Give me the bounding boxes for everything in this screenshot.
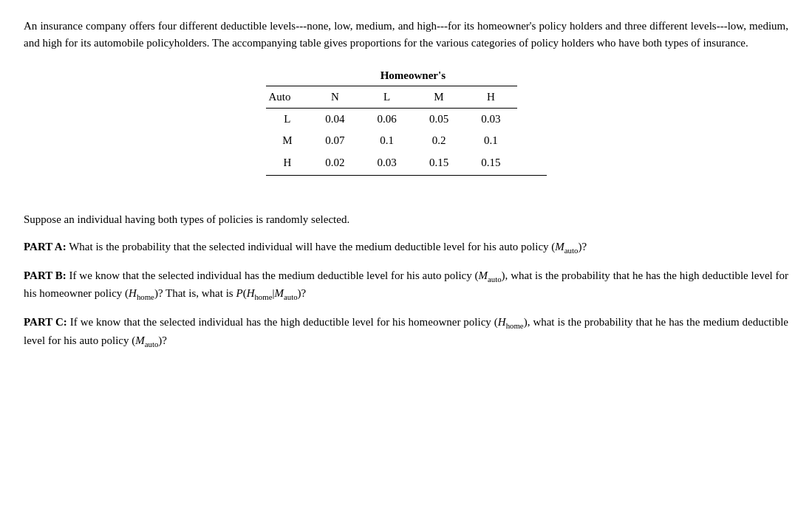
part-a-text: What is the probability that the selecte…: [69, 241, 587, 252]
col-header-H: H: [465, 86, 516, 108]
table-cell-auto: H: [266, 152, 310, 175]
part-c-label: PART C:: [24, 316, 67, 328]
table-row: M0.070.10.20.1: [266, 130, 517, 151]
probability-table: Homeowner's Auto N L M H L0.040.060.050.…: [266, 67, 517, 175]
table-cell-H: 0.1: [465, 130, 516, 151]
part-b-label: PART B:: [24, 269, 66, 281]
table-cell-auto: M: [266, 130, 310, 151]
table-cell-N: 0.07: [309, 130, 361, 151]
col-header-M: M: [413, 86, 465, 108]
table-cell-M: 0.15: [413, 152, 465, 175]
part-b: PART B: If we know that the selected ind…: [24, 267, 788, 303]
table-cell-auto: L: [266, 109, 310, 131]
col-header-auto: Auto: [266, 86, 310, 108]
intro-paragraph: An insurance company offers four differe…: [24, 18, 788, 52]
part-a-label: PART A:: [24, 241, 66, 252]
suppose-paragraph: Suppose an individual having both types …: [24, 211, 788, 228]
homeowners-header: Homeowner's: [309, 67, 516, 86]
table-cell-N: 0.02: [309, 152, 361, 175]
table-cell-H: 0.03: [465, 109, 516, 131]
part-b-text: If we know that the selected individual …: [24, 269, 788, 300]
col-header-L: L: [361, 86, 413, 108]
col-header-N: N: [309, 86, 361, 108]
table-cell-L: 0.1: [361, 130, 413, 151]
table-cell-N: 0.04: [309, 109, 361, 131]
part-a: PART A: What is the probability that the…: [24, 238, 788, 257]
table-row: H0.020.030.150.15: [266, 152, 517, 175]
table-cell-M: 0.05: [413, 109, 465, 131]
table-cell-M: 0.2: [413, 130, 465, 151]
table-cell-L: 0.03: [361, 152, 413, 175]
table-cell-H: 0.15: [465, 152, 516, 175]
table-bottom-border: [266, 175, 547, 176]
table-row: L0.040.060.050.03: [266, 109, 517, 131]
part-c-text: If we know that the selected individual …: [24, 316, 788, 346]
table-cell-L: 0.06: [361, 109, 413, 131]
part-c: PART C: If we know that the selected ind…: [24, 314, 788, 350]
data-table-container: Homeowner's Auto N L M H L0.040.060.050.…: [24, 67, 788, 190]
